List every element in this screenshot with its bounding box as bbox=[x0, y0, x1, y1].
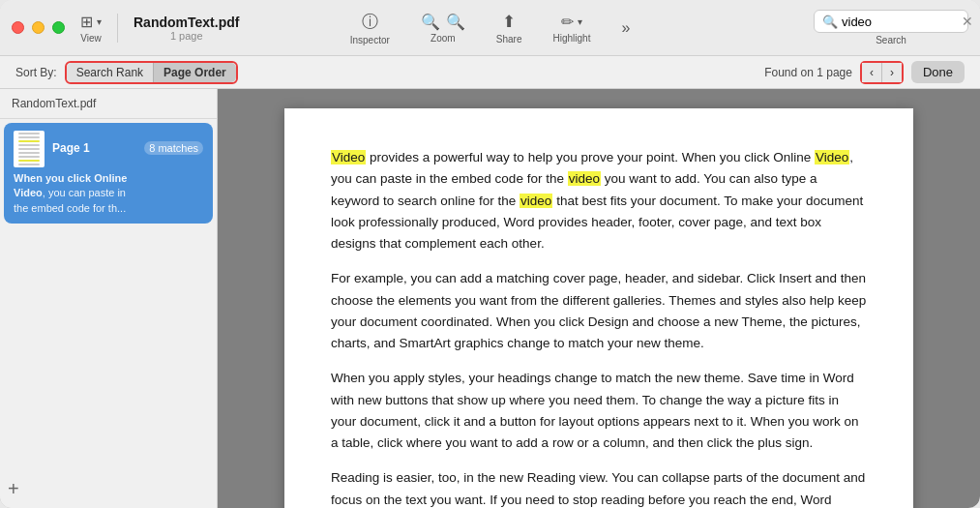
app-window: ⊞ ▾ View RandomText.pdf 1 page ⓘ Inspect… bbox=[0, 0, 980, 508]
paragraph-2: For example, you can add a matching cove… bbox=[331, 268, 867, 354]
sidebar: RandomText.pdf bbox=[0, 89, 218, 508]
highlight-video-3: video bbox=[568, 171, 601, 186]
match-count: 8 matches bbox=[144, 141, 203, 155]
filename-title: RandomText.pdf bbox=[134, 15, 239, 30]
page-count: 1 page bbox=[170, 30, 203, 42]
search-label: Search bbox=[876, 35, 906, 45]
minimize-button[interactable] bbox=[32, 21, 45, 34]
sidebar-snippet: When you click OnlineVideo, you can past… bbox=[14, 171, 203, 216]
prev-button[interactable]: ‹ bbox=[862, 63, 882, 82]
document-page: Video provides a powerful way to help yo… bbox=[284, 108, 913, 508]
content-area: RandomText.pdf bbox=[0, 89, 980, 508]
paragraph-4: Reading is easier, too, in the new Readi… bbox=[331, 467, 867, 508]
sidebar-page-item[interactable]: Page 1 8 matches When you click OnlineVi… bbox=[4, 123, 213, 224]
highlight-chevron-icon: ▾ bbox=[578, 16, 582, 27]
next-button[interactable]: › bbox=[882, 63, 902, 82]
inspector-group[interactable]: ⓘ Inspector bbox=[350, 11, 390, 45]
titlebar-toolbar: ⓘ Inspector 🔍 🔍 Zoom ⬆ Share ✏ ▾ High bbox=[350, 11, 631, 45]
traffic-lights bbox=[12, 21, 65, 34]
close-search-icon[interactable]: ✕ bbox=[962, 14, 973, 29]
share-icon: ⬆ bbox=[502, 12, 516, 32]
search-input[interactable] bbox=[842, 15, 958, 29]
page-thumbnail bbox=[14, 131, 45, 167]
highlight-label: Highlight bbox=[553, 33, 591, 44]
search-bar[interactable]: 🔍 ✕ bbox=[814, 10, 968, 33]
sort-button-group: Search Rank Page Order bbox=[65, 61, 238, 84]
add-button[interactable]: + bbox=[8, 478, 19, 500]
search-icon: 🔍 bbox=[822, 15, 838, 29]
sidebar-item-header: Page 1 8 matches bbox=[14, 131, 203, 167]
titlebar-left: ⊞ ▾ View RandomText.pdf 1 page bbox=[80, 13, 239, 44]
inspector-icon: ⓘ bbox=[362, 11, 378, 33]
search-rank-button[interactable]: Search Rank bbox=[67, 63, 154, 82]
more-group[interactable]: » bbox=[621, 19, 630, 37]
inspector-label: Inspector bbox=[350, 35, 390, 45]
highlight-video-1: Video bbox=[331, 150, 366, 164]
sortbar: Sort By: Search Rank Page Order Found on… bbox=[0, 56, 980, 89]
page-name: Page 1 bbox=[52, 141, 90, 155]
paragraph-1: Video provides a powerful way to help yo… bbox=[331, 147, 867, 254]
sort-by-label: Sort By: bbox=[15, 66, 57, 79]
chevron-down-icon: ▾ bbox=[97, 16, 102, 27]
sidebar-page-info: Page 1 8 matches bbox=[52, 141, 203, 158]
zoom-out-icon: 🔍 bbox=[421, 13, 440, 31]
document-area[interactable]: Video provides a powerful way to help yo… bbox=[218, 89, 980, 508]
found-text: Found on 1 page bbox=[764, 66, 852, 79]
titlebar: ⊞ ▾ View RandomText.pdf 1 page ⓘ Inspect… bbox=[0, 0, 980, 56]
view-icon: ⊞ bbox=[80, 13, 93, 31]
title-info: RandomText.pdf 1 page bbox=[134, 15, 239, 42]
highlight-group[interactable]: ✏ ▾ Highlight bbox=[553, 13, 591, 44]
sidebar-footer: + bbox=[0, 470, 217, 508]
zoom-group[interactable]: 🔍 🔍 Zoom bbox=[421, 13, 465, 44]
zoom-label: Zoom bbox=[431, 33, 456, 44]
share-label: Share bbox=[496, 34, 522, 45]
highlight-icon: ✏ bbox=[561, 13, 574, 31]
share-group[interactable]: ⬆ Share bbox=[496, 12, 522, 45]
page-order-button[interactable]: Page Order bbox=[154, 63, 236, 82]
done-button[interactable]: Done bbox=[911, 61, 965, 83]
highlight-video-2: Video bbox=[815, 150, 849, 164]
sidebar-filename: RandomText.pdf bbox=[0, 89, 217, 119]
view-label: View bbox=[80, 33, 102, 44]
close-button[interactable] bbox=[12, 21, 24, 34]
nav-buttons: ‹ › bbox=[860, 61, 904, 84]
paragraph-3: When you apply styles, your headings cha… bbox=[331, 368, 867, 454]
titlebar-right: 🔍 ✕ Search bbox=[814, 10, 968, 45]
fullscreen-button[interactable] bbox=[52, 21, 65, 34]
view-toolbar-group[interactable]: ⊞ ▾ View bbox=[80, 13, 102, 44]
more-icon: » bbox=[621, 19, 630, 37]
sortbar-right: Found on 1 page ‹ › Done bbox=[764, 61, 965, 84]
zoom-in-icon: 🔍 bbox=[446, 13, 465, 31]
highlight-video-4: video bbox=[520, 194, 552, 208]
